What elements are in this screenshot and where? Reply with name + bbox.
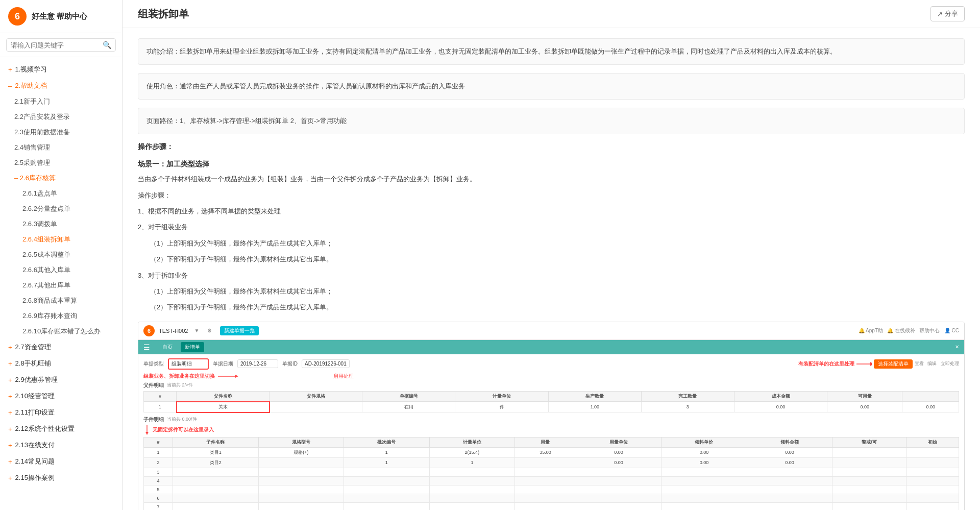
lower-td-ops-2: [906, 457, 959, 468]
mock-doc-date-label: 单据日期: [213, 360, 233, 368]
lower-td-num-1: 1: [144, 447, 173, 457]
sidebar-sub-cost-adj[interactable]: 2.6.5成本调整单: [0, 247, 122, 262]
nav-sub-list: 2.1新手入门 2.2产品安装及登录 2.3使用前数据准备 2.4销售管理 2.…: [0, 94, 122, 339]
lower-th-name: 子件名称: [173, 437, 259, 447]
share-icon: ↗: [937, 10, 943, 18]
sidebar-item-custom[interactable]: + 2.12系统个性化设置: [0, 421, 122, 437]
search-box: 🔍: [6, 38, 116, 52]
upper-th-avail: 可用量: [827, 391, 902, 402]
screenshot-box: 6 TEST-H002 ▼ ⚙ 新建单据一览 🔔 AppT助 🔔 在线候补 帮助…: [138, 322, 965, 510]
lower-table-label-row: 子件明细 当前共 0.00/件: [143, 416, 959, 423]
upper-th-produce: 生产数量: [548, 391, 641, 402]
lower-td-unit2-2: 0.00: [576, 457, 662, 468]
lower-th-spec: 规格型号: [258, 437, 344, 447]
lower-th-price: 领料单价: [662, 437, 747, 447]
top-bar: 组装拆卸单 ↗ 分享: [122, 0, 980, 28]
logo-text: 好生意 帮助中心: [32, 12, 87, 21]
sidebar-sub-data[interactable]: 2.3使用前数据准备: [0, 125, 122, 140]
svg-marker-4: [145, 432, 149, 435]
mock-logo: 6: [143, 325, 155, 336]
sidebar-sub-purchase[interactable]: 2.5采购管理: [0, 155, 122, 171]
step3-2: （2）下部明细为子件明细，最终作为产成品生成其它入库单。: [138, 301, 965, 313]
sidebar-item-docs[interactable]: – 2.帮助文档: [0, 78, 122, 94]
sidebar-sub-other-out[interactable]: 2.6.7其他出库单: [0, 278, 122, 293]
sidebar-sub-install[interactable]: 2.2产品安装及登录: [0, 109, 122, 125]
upper-td-ops: 0.00: [902, 402, 959, 412]
sidebar-sub-cost-recalc[interactable]: 2.6.8商品成本重算: [0, 293, 122, 308]
plus-icon-mobile: +: [8, 360, 12, 368]
step3: 3、对于拆卸业务: [138, 270, 965, 281]
sidebar-sub-sales[interactable]: 2.4销售管理: [0, 140, 122, 155]
role-text: 使用角色：通常由生产人员或库管人员完成拆装业务的操作，库管人员确认原材料的出库和…: [146, 82, 465, 90]
plus-icon: +: [8, 66, 12, 74]
sidebar-sub-newbie[interactable]: 2.1新手入门: [0, 94, 122, 109]
sidebar-item-mobile[interactable]: + 2.8手机旺铺: [0, 355, 122, 372]
minus-icon: –: [8, 82, 12, 90]
annotation-switch-row: 组装业务、拆卸业务在这里切换 启用处理: [143, 373, 959, 380]
mock-doc-type-input: 组装明细: [168, 358, 209, 370]
lower-tr-3: 3: [144, 468, 959, 476]
ops-heading: 操作步骤：: [138, 142, 965, 152]
sidebar-sub-transfer[interactable]: 2.6.3调拨单: [0, 216, 122, 232]
nav-list: + 1.视频学习 – 2.帮助文档 2.1新手入门 2.2产品安装及登录 2.3…: [0, 57, 122, 490]
lower-td-unit2-1: 0.00: [576, 447, 662, 457]
sidebar-item-faq[interactable]: + 2.14常见问题: [0, 453, 122, 470]
sidebar-item-video[interactable]: + 1.视频学习: [0, 61, 122, 78]
scene-heading: 场景一：加工类型选择: [138, 160, 965, 169]
upper-th-unit: 计量单位: [455, 391, 548, 402]
lower-th-available: 警戒/可: [832, 437, 906, 447]
sidebar-sub-ledger-fix[interactable]: 2.6.10库存账本错了怎么办: [0, 324, 122, 339]
mock-header: 6 TEST-H002 ▼ ⚙ 新建单据一览 🔔 AppT助 🔔 在线候补 帮助…: [138, 322, 964, 340]
mock-doc-id-label: 单据ID: [282, 360, 298, 368]
mock-app: 6 TEST-H002 ▼ ⚙ 新建单据一览 🔔 AppT助 🔔 在线候补 帮助…: [138, 322, 964, 510]
sidebar-sub-other-in[interactable]: 2.6.6其他入库单: [0, 262, 122, 278]
minus-icon-inv: –: [14, 174, 18, 182]
content-body: 功能介绍：组装拆卸单用来处理企业组装或拆卸等加工业务，支持有固定装配清单的产品加…: [122, 28, 980, 510]
step2: 2、对于组装业务: [138, 221, 965, 233]
intro-box: 功能介绍：组装拆卸单用来处理企业组装或拆卸等加工业务，支持有固定装配清单的产品加…: [138, 38, 965, 65]
steps-heading: 操作步骤：: [138, 189, 965, 201]
mock-doc-id-input: AD-20191226-001: [302, 359, 350, 368]
main-content: 组装拆卸单 ↗ 分享 功能介绍：组装拆卸单用来处理企业组装或拆卸等加工业务，支持…: [122, 0, 980, 510]
upper-table-label-row: 父件明细 当前共 2/>件: [143, 382, 959, 389]
scene-desc: 当由多个子件材料组装成一个成品的业务为【组装】业务，当由一个父件拆分成多个子产品…: [138, 173, 965, 185]
lower-td-avail-2: [832, 457, 906, 468]
search-input[interactable]: [11, 41, 103, 49]
annotation-top-label: 有装配清单的在这里处理: [798, 360, 854, 368]
logo-icon: 6: [8, 7, 27, 26]
sidebar-item-print[interactable]: + 2.11打印设置: [0, 404, 122, 421]
sidebar-item-coupon[interactable]: + 2.9优惠券管理: [0, 372, 122, 388]
sidebar-item-finance[interactable]: + 2.7资金管理: [0, 339, 122, 355]
upper-th-name: 父件名称: [177, 391, 270, 402]
lower-th-unit: 计量单位: [429, 437, 515, 447]
lower-table: # 子件名称 规格型号 批次编号 计量单位 用量 用量单位 领料单价 领料金额 …: [143, 437, 959, 510]
lower-td-unit-1: 2(15.4): [429, 447, 515, 457]
lower-table-label: 子件明细: [143, 416, 164, 423]
sidebar-sub-ledger[interactable]: 2.6.9库存账本查询: [0, 308, 122, 324]
search-icon[interactable]: 🔍: [103, 41, 111, 49]
sidebar-sub-inventory[interactable]: – 2.6库存核算: [0, 171, 122, 186]
lower-td-name-2: 类目2: [173, 457, 259, 468]
role-box: 使用角色：通常由生产人员或库管人员完成拆装业务的操作，库管人员确认原材料的出库和…: [138, 73, 965, 100]
upper-th-spec: 父件规格: [270, 391, 362, 402]
lower-td-price-1: 0.00: [662, 447, 747, 457]
lower-td-qty-1: 35.00: [515, 447, 576, 457]
mock-company: TEST-H002: [159, 328, 188, 334]
lower-td-spec-2: [258, 457, 344, 468]
lower-tr-5: 5: [144, 485, 959, 494]
step2-2: （2）下部明细为子件明细，最终作为原材料生成其它出库单。: [138, 253, 965, 265]
sidebar-item-biz[interactable]: + 2.10经营管理: [0, 388, 122, 404]
upper-table-label: 父件明细: [143, 382, 164, 389]
sidebar-item-cases[interactable]: + 2.15操作案例: [0, 470, 122, 486]
sidebar-sub-partial-stocktake[interactable]: 2.6.2分量盘点单: [0, 201, 122, 216]
sidebar-item-online[interactable]: + 2.13在线支付: [0, 437, 122, 453]
sidebar-sub-assembly[interactable]: 2.6.4组装拆卸单: [0, 232, 122, 247]
path-box: 页面路径：1、库存核算->库存管理->组装拆卸单 2、首页->常用功能: [138, 108, 965, 134]
sidebar: 6 好生意 帮助中心 🔍 + 1.视频学习 – 2.帮助文档 2.1新手入门 2…: [0, 0, 122, 510]
lower-tr-2: 2 类目2 1 1 0.00 0.00 0.00: [144, 457, 959, 468]
sidebar-sub-stocktake[interactable]: 2.6.1盘点单: [0, 186, 122, 201]
upper-th-ops: [902, 391, 959, 402]
share-button[interactable]: ↗ 分享: [930, 6, 965, 21]
upper-table-count: 当前共 2/>件: [167, 382, 193, 388]
mock-form-row-1: 单据类型 组装明细 单据日期 2019-12-26 单据ID AD-201912…: [143, 358, 959, 370]
